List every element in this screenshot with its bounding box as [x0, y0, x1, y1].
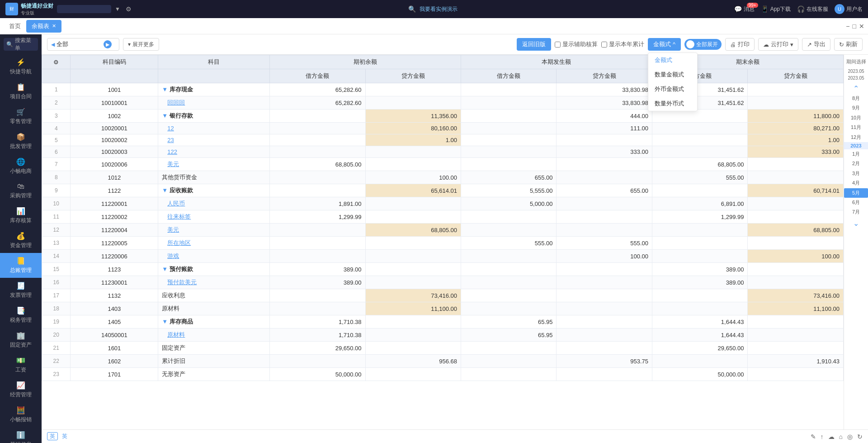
sidebar-item-quick-nav[interactable]: ⚡ 快捷导航 — [0, 54, 42, 79]
amount-type-btn[interactable]: 金额式 ^ — [648, 38, 681, 51]
month-3-btn[interactable]: 3月 — [844, 169, 868, 178]
edit-icon[interactable]: ✎ — [811, 433, 816, 440]
expand-all-toggle[interactable]: 全部展开 — [684, 39, 722, 50]
show-aux-checkbox[interactable] — [555, 42, 561, 48]
sidebar-item-tax[interactable]: 📑 税务管理 — [0, 303, 42, 328]
cloud-icon[interactable]: ☁ — [828, 433, 835, 440]
month-4-btn[interactable]: 4月 — [844, 178, 868, 188]
table-row[interactable]: 231701无形资产50,000.0050,000.00 — [42, 368, 844, 381]
search-box[interactable]: ◀ ▶ — [47, 38, 119, 51]
window-title-input[interactable] — [57, 5, 111, 13]
table-row[interactable]: 181403原材料11,100.0011,100.00 — [42, 302, 844, 315]
refresh-btn[interactable]: ↻ 刷新 — [834, 38, 863, 51]
export-btn[interactable]: ↗ 导出 — [802, 38, 830, 51]
table-row[interactable]: 2014050001 原材料1,710.3865.951,644.43 — [42, 329, 844, 342]
tab-balance[interactable]: 余额表 ✕ — [26, 20, 61, 33]
sidebar-item-project[interactable]: 📋 项目合同 — [0, 79, 42, 104]
table-row[interactable]: 1411220006 游戏100.00100.00 — [42, 250, 844, 263]
target-icon[interactable]: ◎ — [847, 433, 853, 440]
dropdown-item-foreign-amount[interactable]: 外币金额式 — [648, 82, 697, 96]
dropdown-item-qty-foreign[interactable]: 数量外币式 — [648, 96, 697, 111]
tab-home[interactable]: 首页 — [4, 20, 26, 33]
return-old-btn[interactable]: 返回旧版 — [517, 38, 551, 51]
sidebar-item-basic-info[interactable]: ℹ️ 基础信息 — [0, 427, 42, 443]
table-row[interactable]: 710020006 美元68,805.0068,805.00 — [42, 158, 844, 171]
window-dropdown-btn[interactable]: ▼ — [115, 6, 120, 12]
table-row[interactable]: 11001▼ 库存现金65,282.6033,830.9831,451.62 — [42, 83, 844, 96]
sidebar-item-assets[interactable]: 🏢 固定资产 — [0, 328, 42, 352]
table-row[interactable]: 151123▼ 预付账款389.00389.00 — [42, 263, 844, 276]
cloud-print-btn[interactable]: ☁ 云打印 ▾ — [758, 38, 798, 51]
month-1-btn[interactable]: 1月 — [844, 149, 868, 159]
sidebar-item-ledger[interactable]: 📒 总账管理 — [0, 253, 42, 278]
home-icon[interactable]: ⌂ — [839, 433, 843, 440]
sidebar-item-operations[interactable]: 📈 经营管理 — [0, 377, 42, 402]
sidebar-item-expense[interactable]: 🧮 小畅报销 — [0, 402, 42, 427]
app-logo-text: 畅捷通好业财 专业版 — [21, 2, 53, 16]
table-settings-icon[interactable]: ⚙ — [53, 59, 59, 66]
table-row[interactable]: 1011220001 人民币1,891.005,000.006,891.00 — [42, 197, 844, 210]
expand-more-btn[interactable]: ▾ 展开更多 — [123, 38, 159, 51]
month-8-btn[interactable]: 8月 — [844, 94, 868, 103]
table-row[interactable]: 31002▼ 银行存款11,356.00444.0011,800.00 — [42, 110, 844, 123]
panel-expand-btn[interactable]: ⌃ — [853, 84, 859, 93]
user-avatar-btn[interactable]: U 用户名 — [835, 4, 863, 14]
dropdown-item-amount[interactable]: 金额式 — [648, 53, 697, 67]
table-row[interactable]: 191405▼ 库存商品1,710.3865.951,644.43 — [42, 315, 844, 329]
refresh-bottom-icon[interactable]: ↻ — [857, 433, 863, 440]
table-row[interactable]: 1311220005 所在地区555.00555.00 — [42, 237, 844, 250]
sidebar-item-inventory[interactable]: 📊 库存核算 — [0, 203, 42, 228]
month-5-btn[interactable]: 5月 — [844, 188, 868, 198]
tab-maximize-btn[interactable]: □ — [853, 23, 856, 30]
month-9-btn[interactable]: 9月 — [844, 103, 868, 113]
search-nav-arrow[interactable]: ▶ — [104, 40, 112, 48]
table-row[interactable]: 1111220002 往来标签1,299.991,299.99 — [42, 210, 844, 224]
dropdown-item-qty-amount[interactable]: 数量金额式 — [648, 67, 697, 82]
table-row[interactable]: 81012其他货币资金100.00655.00555.00 — [42, 171, 844, 184]
upload-icon[interactable]: ↑ — [821, 433, 824, 440]
month-6-btn[interactable]: 6月 — [844, 198, 868, 207]
month-10-btn[interactable]: 10月 — [844, 113, 868, 123]
search-input[interactable] — [57, 41, 102, 48]
sidebar-item-invoice[interactable]: 🧾 发票管理 — [0, 278, 42, 303]
tab-balance-close[interactable]: ✕ — [52, 23, 56, 29]
sidebar-item-salary[interactable]: 💵 工资 — [0, 352, 42, 377]
cell-subject: 回回回 — [158, 96, 270, 110]
tab-minimize-btn[interactable]: − — [846, 23, 849, 30]
table-row[interactable]: 210010001 回回回65,282.6033,830.9831,451.62 — [42, 96, 844, 110]
show-ytd-label[interactable]: 显示本年累计 — [601, 40, 644, 48]
month-12-btn[interactable]: 12月 — [844, 133, 868, 142]
panel-collapse-btn[interactable]: ⌄ — [853, 219, 859, 228]
sidebar-item-wholesale[interactable]: 📦 批发管理 — [0, 129, 42, 154]
table-row[interactable]: 510020002 231.001.00 — [42, 134, 844, 146]
sidebar-item-ecommerce[interactable]: 🌐 小畅电商 — [0, 154, 42, 179]
col-closing-credit: 贷方金额 — [748, 69, 844, 83]
table-row[interactable]: 610020003 122333.00333.00 — [42, 146, 844, 158]
sidebar-search[interactable]: 🔍 搜索菜单 — [4, 38, 38, 51]
tab-close-btn[interactable]: ✕ — [859, 23, 864, 30]
table-row[interactable]: 1611230001 预付款美元389.00389.00 — [42, 276, 844, 289]
sidebar-item-finance[interactable]: 💰 资金管理 — [0, 228, 42, 253]
table-row[interactable]: 1211220004 美元68,805.0068,805.00 — [42, 224, 844, 237]
sidebar-item-purchase[interactable]: 🛍 采购管理 — [0, 179, 42, 203]
demo-link[interactable]: 我要看实例演示 — [420, 5, 458, 13]
month-7-btn[interactable]: 7月 — [844, 207, 868, 217]
online-service-btn[interactable]: 🎧 在线客服 — [797, 5, 828, 13]
month-2-btn[interactable]: 2月 — [844, 159, 868, 168]
show-ytd-checkbox[interactable] — [601, 42, 607, 48]
table-row[interactable]: 171132应收利息73,416.0073,416.00 — [42, 289, 844, 302]
settings-icon[interactable]: ⚙ — [126, 5, 132, 13]
table-row[interactable]: 91122▼ 应收账款65,614.015,555.00655.0060,714… — [42, 184, 844, 197]
show-aux-label[interactable]: 显示辅助核算 — [555, 40, 598, 48]
message-btn[interactable]: 💬 消息 99+ — [734, 5, 755, 13]
print-btn[interactable]: 🖨 打印 — [725, 38, 755, 51]
table-row[interactable]: 410020001 1280,160.00111.0080,271.00 — [42, 123, 844, 134]
language-btn[interactable]: 英 — [47, 432, 58, 440]
bottom-icon-1[interactable]: 英 — [62, 433, 67, 439]
sidebar-item-retail[interactable]: 🛒 零售管理 — [0, 104, 42, 129]
app-download-btn[interactable]: 📱 App下载 — [761, 5, 791, 13]
col-settings[interactable]: ⚙ — [42, 55, 71, 69]
table-row[interactable]: 211601固定资产29,650.0029,650.00 — [42, 342, 844, 355]
month-11-btn[interactable]: 11月 — [844, 123, 868, 132]
table-row[interactable]: 221602累计折旧956.68953.751,910.43 — [42, 355, 844, 368]
